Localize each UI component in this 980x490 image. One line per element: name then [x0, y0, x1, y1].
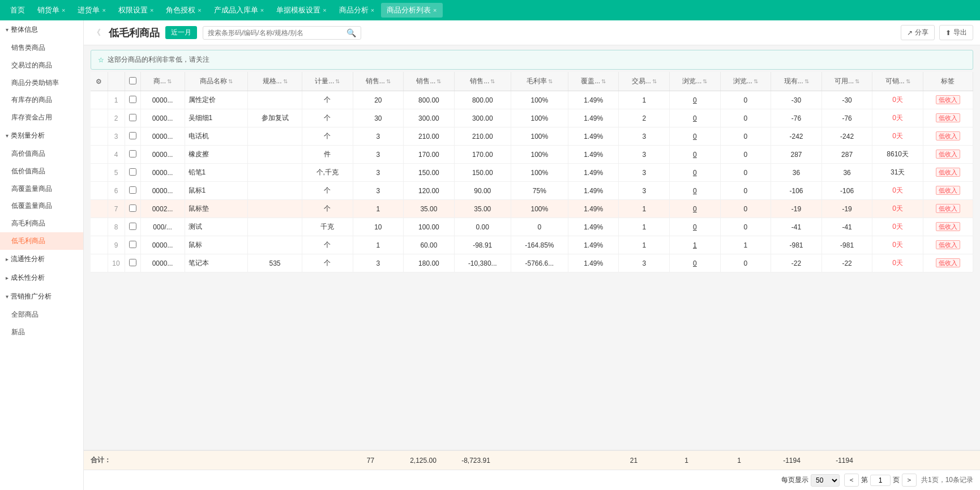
- next-page-button[interactable]: ＞: [902, 474, 917, 487]
- nav-close-role[interactable]: ×: [198, 7, 201, 14]
- sort-icon-unit[interactable]: ⇅: [335, 78, 340, 84]
- sidebar-item-low-margin[interactable]: 低毛利商品: [0, 232, 83, 250]
- nav-item-sales[interactable]: 销货单 ×: [32, 3, 71, 18]
- sort-icon-sales-profit[interactable]: ⇅: [490, 78, 495, 84]
- nav-item-purchase[interactable]: 进货单 ×: [72, 3, 111, 18]
- sidebar-item-traded-products[interactable]: 交易过的商品: [0, 57, 83, 74]
- sort-icon-current-stock[interactable]: ⇅: [804, 78, 809, 84]
- sidebar-group-growth[interactable]: ▸ 成长性分析: [0, 269, 83, 287]
- nav-close-analysis[interactable]: ×: [371, 7, 374, 14]
- row-checkbox-7[interactable]: [129, 223, 136, 230]
- nav-item-product-entry[interactable]: 产成品入库单 ×: [208, 3, 269, 18]
- sort-icon-saleable[interactable]: ⇅: [906, 78, 910, 84]
- col-settings[interactable]: ⚙: [91, 72, 108, 91]
- cell-check[interactable]: [125, 127, 140, 146]
- cell-check[interactable]: [125, 91, 140, 109]
- sidebar-group-category[interactable]: ▾ 类别量分析: [0, 126, 83, 145]
- sidebar-item-low-value[interactable]: 低价值商品: [0, 163, 83, 180]
- sort-icon-sales-amount[interactable]: ⇅: [436, 78, 441, 84]
- nav-close-analysis-list[interactable]: ×: [433, 7, 436, 14]
- nav-item-home[interactable]: 首页: [5, 3, 31, 18]
- col-gross-rate[interactable]: 毛利率⇅: [511, 72, 568, 91]
- sidebar-item-new-products[interactable]: 新品: [0, 323, 83, 341]
- cell-check[interactable]: [125, 146, 140, 164]
- sidebar-item-all-products[interactable]: 全部商品: [0, 306, 83, 323]
- sort-icon-code[interactable]: ⇅: [167, 78, 172, 84]
- nav-close-purchase[interactable]: ×: [102, 7, 105, 14]
- prev-page-button[interactable]: ＜: [844, 474, 859, 487]
- col-sales-profit[interactable]: 销售...⇅: [454, 72, 511, 91]
- sidebar-collapse-btn[interactable]: 《: [91, 27, 103, 39]
- sort-icon-name[interactable]: ⇅: [228, 78, 233, 84]
- nav-close-permission[interactable]: ×: [150, 7, 153, 14]
- row-checkbox-0[interactable]: [129, 96, 136, 103]
- cell-saleable: 0天: [872, 91, 923, 109]
- page-number-input[interactable]: [870, 475, 891, 486]
- row-checkbox-5[interactable]: [129, 186, 136, 194]
- select-all-checkbox[interactable]: [129, 77, 136, 84]
- row-checkbox-3[interactable]: [129, 150, 136, 157]
- sort-icon-cover-rate[interactable]: ⇅: [601, 78, 606, 84]
- col-available[interactable]: 可用...⇅: [821, 72, 872, 91]
- col-name[interactable]: 商品名称⇅: [185, 72, 248, 91]
- cell-check[interactable]: [125, 200, 140, 218]
- row-checkbox-8[interactable]: [129, 241, 136, 248]
- date-filter-button[interactable]: 近一月: [165, 26, 197, 39]
- sidebar-item-high-coverage[interactable]: 高覆盖量商品: [0, 180, 83, 198]
- col-cover-rate[interactable]: 覆盖...⇅: [568, 72, 619, 91]
- col-view-count2[interactable]: 浏览...⇅: [720, 72, 771, 91]
- nav-item-template[interactable]: 单据模板设置 ×: [271, 3, 332, 18]
- sidebar-item-stocked-products[interactable]: 有库存的商品: [0, 91, 83, 109]
- sidebar-item-high-value[interactable]: 高价值商品: [0, 145, 83, 163]
- cell-check[interactable]: [125, 109, 140, 127]
- row-checkbox-6[interactable]: [129, 204, 136, 212]
- col-trade-count[interactable]: 交易...⇅: [619, 72, 670, 91]
- col-code[interactable]: 商...⇅: [140, 72, 185, 91]
- col-tag[interactable]: 标签: [923, 72, 973, 91]
- nav-close-template[interactable]: ×: [323, 7, 326, 14]
- sidebar-group-marketing[interactable]: ▾ 营销推广分析: [0, 287, 83, 306]
- nav-item-analysis[interactable]: 商品分析 ×: [333, 3, 380, 18]
- sidebar-item-sales-products[interactable]: 销售类商品: [0, 39, 83, 57]
- sort-icon-trade-count[interactable]: ⇅: [652, 78, 657, 84]
- cell-check[interactable]: [125, 218, 140, 236]
- col-check[interactable]: [125, 72, 140, 91]
- row-checkbox-4[interactable]: [129, 168, 136, 176]
- sort-icon-sales-count[interactable]: ⇅: [386, 78, 391, 84]
- sort-icon-view-count2[interactable]: ⇅: [754, 78, 758, 84]
- cell-check[interactable]: [125, 182, 140, 200]
- col-saleable[interactable]: 可销...⇅: [872, 72, 923, 91]
- per-page-select[interactable]: 50 100: [811, 474, 840, 487]
- col-sales-count[interactable]: 销售...⇅: [353, 72, 404, 91]
- col-spec[interactable]: 规格...⇅: [248, 72, 302, 91]
- sidebar-item-stock-capital[interactable]: 库存资金占用: [0, 109, 83, 126]
- sort-icon-gross-rate[interactable]: ⇅: [548, 78, 553, 84]
- sort-icon-spec[interactable]: ⇅: [283, 78, 288, 84]
- cell-check[interactable]: [125, 236, 140, 254]
- row-checkbox-2[interactable]: [129, 132, 136, 139]
- sidebar-group-overall[interactable]: ▾ 整体信息: [0, 20, 83, 39]
- sidebar-item-high-margin[interactable]: 高毛利商品: [0, 215, 83, 232]
- sort-icon-available[interactable]: ⇅: [855, 78, 859, 84]
- nav-close-product-entry[interactable]: ×: [260, 7, 264, 14]
- export-button[interactable]: ⬆ 导出: [939, 25, 973, 40]
- row-checkbox-9[interactable]: [129, 259, 136, 266]
- cell-check[interactable]: [125, 164, 140, 182]
- share-button[interactable]: ↗ 分享: [901, 25, 935, 40]
- sidebar-item-category-sales-rate[interactable]: 商品分类助销率: [0, 74, 83, 92]
- col-view-count1[interactable]: 浏览...⇅: [670, 72, 721, 91]
- col-sales-amount[interactable]: 销售...⇅: [404, 72, 455, 91]
- sidebar-item-low-coverage[interactable]: 低覆盖量商品: [0, 197, 83, 215]
- sidebar-group-circulation[interactable]: ▸ 流通性分析: [0, 250, 83, 269]
- nav-close-sales[interactable]: ×: [62, 7, 65, 14]
- sort-icon-view-count1[interactable]: ⇅: [703, 78, 707, 84]
- col-current-stock[interactable]: 现有...⇅: [771, 72, 822, 91]
- cell-check[interactable]: [125, 254, 140, 272]
- row-checkbox-1[interactable]: [129, 114, 136, 121]
- nav-item-permission[interactable]: 权限设置 ×: [113, 3, 159, 18]
- search-input[interactable]: [208, 29, 346, 37]
- nav-item-role[interactable]: 角色授权 ×: [160, 3, 207, 18]
- search-icon[interactable]: 🔍: [346, 28, 356, 37]
- nav-item-analysis-list[interactable]: 商品分析列表 ×: [381, 3, 442, 18]
- col-unit[interactable]: 计量...⇅: [302, 72, 353, 91]
